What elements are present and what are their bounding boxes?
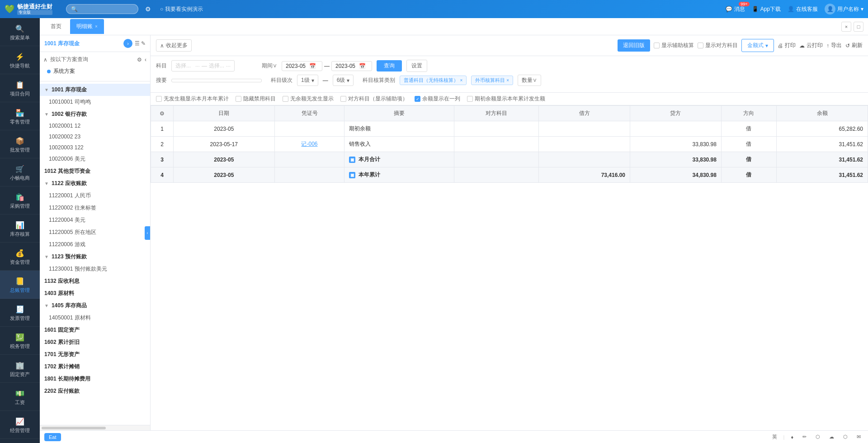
tree-item-11220006[interactable]: 11220006 游戏 — [40, 238, 150, 251]
query-collapse-btn[interactable]: ‹ — [145, 57, 146, 63]
level-from-select[interactable]: 1级 ▾ — [297, 75, 318, 86]
level-to-select[interactable]: 6级 ▾ — [333, 75, 354, 86]
status-btn-5[interactable]: ⬡ — [840, 433, 850, 441]
sidebar-item-search[interactable]: 🔍 搜索菜单 — [0, 18, 40, 46]
tree-item-1001[interactable]: ▼ 1001 库存现金 — [40, 84, 150, 96]
opposite-subject-checkbox[interactable]: 对方科目（显示辅助项） — [340, 95, 408, 103]
tree-item-11220002[interactable]: 11220002 往来标签 — [40, 202, 150, 214]
export-btn[interactable]: ↑ 导出 — [826, 42, 842, 49]
tree-item-10020002[interactable]: 10020002 23 — [40, 131, 150, 142]
panel-collapse-btn[interactable]: ‹ — [145, 226, 150, 240]
print-btn[interactable]: 🖨 打印 — [778, 42, 796, 49]
col-opposite[interactable]: 对方科目 — [454, 106, 538, 121]
account-next-btn[interactable]: › — [123, 39, 132, 48]
show-ytd-checkbox[interactable]: 期初余额显示本年累计发生额 — [467, 95, 545, 103]
sidebar-item-tax[interactable]: 💹 税务管理 — [0, 327, 40, 355]
tab-close-btn[interactable]: × — [95, 24, 98, 29]
no-amount-checkbox[interactable]: 无余额无发生显示 — [283, 95, 334, 103]
sidebar-item-ecommerce[interactable]: 🛒 小畅电商 — [0, 158, 40, 186]
more-btn[interactable]: ∧ 收起更多 — [156, 39, 192, 52]
tree-list-icon[interactable]: ☰ — [135, 40, 140, 47]
tree-item-11220001[interactable]: 11220001 人民币 — [40, 190, 150, 202]
query-settings-icon[interactable]: ⚙ — [137, 57, 142, 63]
sidebar-item-quick-nav[interactable]: ⚡ 快捷导航 — [0, 46, 40, 74]
online-service-btn[interactable]: 👤 在线客服 — [788, 5, 818, 13]
tab-close-all[interactable]: × — [841, 22, 851, 32]
cloud-print-btn[interactable]: ☁ 云打印 — [799, 42, 823, 49]
tree-item-1132[interactable]: 1132 应收利息 — [40, 275, 150, 287]
status-btn-4[interactable]: ☁ — [826, 433, 837, 441]
tree-item-11220005[interactable]: 11220005 所在地区 — [40, 226, 150, 238]
tree-item-10020006[interactable]: 10020006 美元 — [40, 153, 150, 165]
sidebar-item-capital[interactable]: 💰 资金管理 — [0, 243, 40, 271]
balance-in-one-col-checkbox[interactable]: ✓ 余额显示在一列 — [415, 95, 460, 103]
status-btn-3[interactable]: ⬡ — [813, 433, 823, 441]
sidebar-item-ledger[interactable]: 📒 总账管理 — [0, 271, 40, 299]
col-debit[interactable]: 借方 — [539, 106, 630, 121]
tab-detail[interactable]: 明细账 × — [70, 19, 104, 34]
tree-edit-icon[interactable]: ✎ — [141, 40, 146, 47]
col-settings[interactable]: ⚙ — [151, 106, 174, 121]
tab-maximize[interactable]: □ — [854, 22, 863, 32]
voucher-link[interactable]: 记-006 — [301, 141, 317, 147]
search-input[interactable] — [80, 6, 134, 12]
type-quantity-select[interactable]: 数量∨ — [518, 75, 541, 86]
settings-btn-filter[interactable]: 设置 — [406, 60, 427, 72]
user-btn[interactable]: 👤 用户名称 ▾ — [825, 4, 863, 14]
tree-item-1405[interactable]: ▼ 1405 库存商品 — [40, 300, 150, 312]
sidebar-item-inventory[interactable]: 📊 库存核算 — [0, 214, 40, 243]
refresh-btn[interactable]: ↺ 刷新 — [845, 42, 863, 49]
type-foreign-close[interactable]: × — [506, 78, 509, 83]
tree-item-10020003[interactable]: 10020003 122 — [40, 142, 150, 153]
tree-item-10020001[interactable]: 10020001 12 — [40, 120, 150, 131]
sidebar-item-fixed-assets[interactable]: 🏢 固定资产 — [0, 355, 40, 383]
tree-item-1702[interactable]: 1702 累计摊销 — [40, 361, 150, 373]
tree-item-1601[interactable]: 1601 固定资产 — [40, 324, 150, 336]
sidebar-item-invoice[interactable]: 🧾 发票管理 — [0, 299, 40, 327]
type-normal-tag[interactable]: 普通科目（无特殊核算） × — [400, 76, 467, 85]
col-credit[interactable]: 贷方 — [630, 106, 722, 121]
tree-item-1012[interactable]: 1012 其他货币资金 — [40, 165, 150, 177]
status-btn-1[interactable]: ♦ — [788, 433, 796, 441]
chat-status-btn[interactable]: Eat — [44, 433, 61, 441]
tree-item-11230001[interactable]: 11230001 预付账款美元 — [40, 263, 150, 275]
no-balance-checkbox[interactable]: 无发生额显示本月本年累计 — [156, 95, 229, 103]
tree-item-1602[interactable]: 1602 累计折旧 — [40, 336, 150, 348]
top-search-box[interactable]: 🔍 — [66, 4, 138, 14]
col-voucher[interactable]: 凭证号 — [274, 106, 344, 121]
tree-scrollbar[interactable] — [40, 425, 150, 430]
amount-format-btn[interactable]: 金额式 ▾ — [741, 39, 774, 52]
col-balance[interactable]: 余额 — [777, 106, 868, 121]
tree-item-1403[interactable]: 1403 原材料 — [40, 287, 150, 300]
query-btn[interactable]: 查询 — [377, 60, 402, 71]
show-opposite-checkbox[interactable]: 显示对方科目 — [698, 42, 738, 49]
tree-item-1002[interactable]: ▼ 1002 银行存款 — [40, 108, 150, 120]
tree-item-1801[interactable]: 1801 长期待摊费用 — [40, 373, 150, 385]
summary-input[interactable] — [171, 79, 262, 82]
tree-item-14050001[interactable]: 14050001 原材料 — [40, 312, 150, 324]
type-foreign-tag[interactable]: 外币核算科目 × — [471, 76, 513, 85]
col-direction[interactable]: 方向 — [721, 106, 776, 121]
tree-item-10010001[interactable]: 10010001 司鸣鸣 — [40, 96, 150, 108]
sidebar-item-wholesale[interactable]: 📦 批发管理 — [0, 130, 40, 158]
col-summary[interactable]: 摘要 — [344, 106, 454, 121]
subject-input[interactable]: 选择... ··· — 选择... ··· — [171, 60, 235, 71]
show-aux-checkbox[interactable]: 显示辅助核算 — [654, 42, 694, 49]
lang-btn[interactable]: 英 — [769, 433, 780, 441]
settings-btn[interactable]: ⚙ — [145, 5, 151, 13]
sidebar-item-purchase[interactable]: 🛍️ 采购管理 — [0, 186, 40, 214]
demo-link[interactable]: ○ 我要看实例演示 — [160, 5, 203, 13]
tree-item-11220004[interactable]: 11220004 美元 — [40, 214, 150, 226]
tree-item-1123[interactable]: ▼ 1123 预付账款 — [40, 251, 150, 263]
tree-item-1701[interactable]: 1701 无形资产 — [40, 348, 150, 361]
app-download-btn[interactable]: 📱 App下载 — [752, 5, 781, 13]
sidebar-item-operations[interactable]: 📈 经营管理 — [0, 411, 40, 439]
type-normal-close[interactable]: × — [460, 78, 462, 83]
tab-home[interactable]: 首页 — [44, 19, 68, 34]
messages-btn[interactable]: 💬 消息 99+ — [726, 5, 745, 13]
sidebar-item-salary[interactable]: 💵 工资 — [0, 383, 40, 411]
period-end-input[interactable]: 2023-05 📅 — [331, 61, 372, 71]
query-header[interactable]: ∧ 按以下方案查询 ⚙ ‹ — [43, 56, 146, 63]
sidebar-item-report[interactable]: 📑 小畅报销 — [0, 439, 40, 443]
back-old-version-btn[interactable]: 退回旧版 — [618, 39, 650, 52]
